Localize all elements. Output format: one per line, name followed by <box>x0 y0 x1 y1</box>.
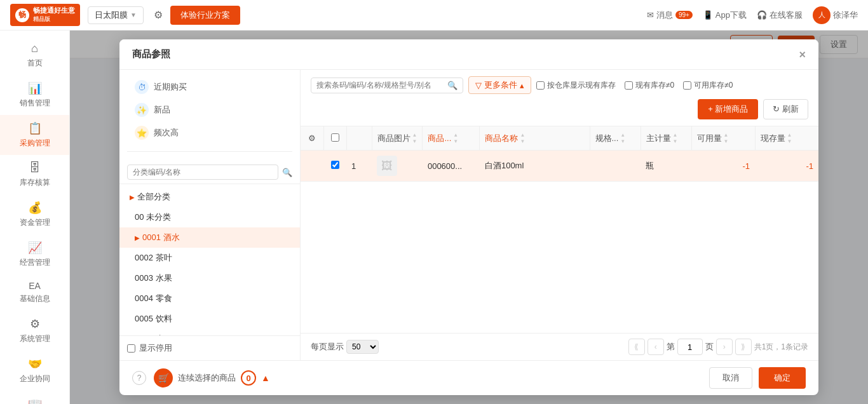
user-nav-item[interactable]: 人 徐泽华 <box>813 6 858 24</box>
user-name: 徐泽华 <box>833 10 858 21</box>
sidebar-item-system[interactable]: ⚙ 系统管理 <box>0 311 69 351</box>
messages-nav-item[interactable]: ✉ 消息 99+ <box>647 10 693 21</box>
checkbox-warehouse[interactable] <box>536 81 545 90</box>
sidebar-item-finance[interactable]: 💰 资金管理 <box>0 194 69 234</box>
online-service-nav-item[interactable]: 🎧 在线客服 <box>757 10 803 21</box>
checkbox-avail-nonzero-label[interactable]: 可用库存≠0 <box>683 80 733 91</box>
new-icon: ✨ <box>135 103 149 117</box>
footer-cart: 🛒 连续选择的商品 0 ▲ <box>154 368 270 387</box>
checkbox-avail-nonzero[interactable] <box>683 81 691 90</box>
cat-label-0002: 0002 茶叶 <box>135 252 172 264</box>
modal-left-panel: ⏱ 近期购买 ✨ 新品 ⭐ 频次高 <box>119 70 301 360</box>
freq-label: 频次高 <box>154 127 179 138</box>
logo-text: 畅捷通好生意 <box>33 6 75 15</box>
add-product-btn[interactable]: + 新增商品 <box>698 99 758 119</box>
modal-left-footer: 显示停用 <box>119 335 300 360</box>
cat-item-0004[interactable]: 0004 零食 <box>119 288 300 309</box>
table-row[interactable]: 1 🖼 000600... 白酒100ml <box>301 151 818 182</box>
th-stock-label: 现存量 <box>761 133 785 144</box>
sidebar-item-purchase[interactable]: 📋 采购管理 <box>0 115 69 155</box>
th-avail-label: 可用量 <box>697 133 722 144</box>
cat-item-all[interactable]: ▶ 全部分类 <box>119 187 300 207</box>
sales-icon: 📊 <box>28 81 42 95</box>
modal-toolbar: 🔍 ▽ 更多条件 ▴ 按仓库显示现有库存 <box>301 70 818 126</box>
checkbox-stock-nonzero[interactable] <box>625 81 633 90</box>
store-selector[interactable]: 日太阳膜 ▼ <box>88 6 144 24</box>
prev-page-btn[interactable]: ‹ <box>648 339 664 355</box>
show-disabled-label[interactable]: 显示停用 <box>139 342 172 354</box>
show-disabled-checkbox[interactable] <box>127 344 135 353</box>
search-icon[interactable]: 🔍 <box>447 81 458 90</box>
modal-close-btn[interactable]: × <box>799 49 806 60</box>
freq-icon: ⭐ <box>135 126 149 140</box>
checkbox-stock-nonzero-label[interactable]: 现有库存≠0 <box>625 80 674 91</box>
sidebar-item-inventory[interactable]: 🗄 库存核算 <box>0 155 69 194</box>
checkbox-warehouse-label[interactable]: 按仓库显示现有库存 <box>536 80 616 91</box>
last-page-btn[interactable]: ⟫ <box>735 339 752 355</box>
cart-icon[interactable]: 🛒 <box>154 368 173 387</box>
app-download-label: App下载 <box>715 10 747 21</box>
quick-link-freq[interactable]: ⭐ 频次高 <box>127 122 292 144</box>
messages-badge: 99+ <box>675 11 693 19</box>
th-unit: 主计量 ▲▼ <box>641 126 691 151</box>
th-check <box>323 126 346 151</box>
img-placeholder: 🖼 <box>381 159 393 173</box>
cat-item-0002[interactable]: 0002 茶叶 <box>119 248 300 268</box>
sidebar-label-biz: 经营管理 <box>20 257 50 268</box>
product-search-input[interactable] <box>316 81 444 90</box>
page-number-input[interactable] <box>677 339 703 355</box>
first-page-btn[interactable]: ⟪ <box>628 339 645 355</box>
sidebar-item-home[interactable]: ⌂ 首页 <box>0 36 69 75</box>
per-page-dropdown[interactable]: 50 100 200 <box>346 340 379 354</box>
exp-btn[interactable]: 体验行业方案 <box>170 6 240 25</box>
category-search-icon[interactable]: 🔍 <box>282 168 292 177</box>
base-icon: EA <box>29 281 41 291</box>
sidebar-item-sales[interactable]: 📊 销售管理 <box>0 75 69 115</box>
per-page-label: 每页显示 <box>311 341 344 353</box>
per-page-select: 每页显示 50 100 200 <box>311 340 379 354</box>
help-icon[interactable]: ? <box>132 371 146 385</box>
row-checkbox[interactable] <box>331 161 339 169</box>
th-settings[interactable]: ⚙ <box>301 126 323 151</box>
select-all-checkbox[interactable] <box>331 133 339 142</box>
cat-item-0005[interactable]: 0005 饮料 <box>119 309 300 329</box>
refresh-btn[interactable]: ↻ 刷新 <box>763 99 808 119</box>
next-page-btn[interactable]: › <box>716 339 733 355</box>
arrow-icon: ▶ <box>130 194 135 201</box>
more-filter-btn[interactable]: ▽ 更多条件 ▴ <box>468 76 531 94</box>
avatar: 人 <box>813 6 831 24</box>
confirm-btn[interactable]: 确定 <box>759 367 806 389</box>
sidebar-label-collab: 企业协同 <box>20 374 50 384</box>
phone-icon: 📱 <box>703 10 713 20</box>
category-search-input[interactable] <box>127 165 278 180</box>
cat-label-all: 全部分类 <box>137 191 170 203</box>
cat-item-0003[interactable]: 0003 水果 <box>119 268 300 288</box>
category-list: ▶ 全部分类 00 未分类 ▶ 0001 酒水 0002 茶 <box>119 184 300 335</box>
td-unit: 瓶 <box>641 151 691 182</box>
main-area: ↻ 刷新 查询 设置 商品参照 × <box>70 30 868 404</box>
cat-label-0005: 0005 饮料 <box>135 313 172 325</box>
cancel-btn[interactable]: 取消 <box>709 367 752 389</box>
td-name: 白酒100ml <box>480 151 590 182</box>
quick-link-recent[interactable]: ⏱ 近期购买 <box>127 76 292 98</box>
filter-up-icon: ▴ <box>520 81 524 90</box>
gear-icon[interactable]: ⚙ <box>154 9 163 21</box>
th-name: 商品名称 ▲▼ <box>480 126 590 151</box>
quick-link-new[interactable]: ✨ 新品 <box>127 99 292 121</box>
sidebar-item-guide[interactable]: 📖 新手引导 <box>0 391 69 404</box>
checkbox-stock-nonzero-text: 现有库存≠0 <box>635 80 674 91</box>
cat-item-00[interactable]: 00 未分类 <box>119 207 300 227</box>
sort-arrows-spec: ▲▼ <box>620 132 625 144</box>
cat-item-0008[interactable]: 0008 水 <box>119 329 300 335</box>
th-name-label: 商品名称 <box>485 133 518 144</box>
app-download-nav-item[interactable]: 📱 App下载 <box>703 10 747 21</box>
cat-item-0001[interactable]: ▶ 0001 酒水 <box>119 227 300 248</box>
td-avail: -1 <box>691 151 755 182</box>
cart-label: 连续选择的商品 <box>178 372 236 384</box>
active-arrow-icon: ▶ <box>135 234 140 241</box>
sidebar-item-base[interactable]: EA 基础信息 <box>0 274 69 311</box>
cart-collapse-icon[interactable]: ▲ <box>261 373 270 383</box>
sidebar-item-collab[interactable]: 🤝 企业协同 <box>0 351 69 391</box>
sidebar-item-biz[interactable]: 📈 经营管理 <box>0 234 69 274</box>
cat-label-00: 00 未分类 <box>135 212 171 223</box>
